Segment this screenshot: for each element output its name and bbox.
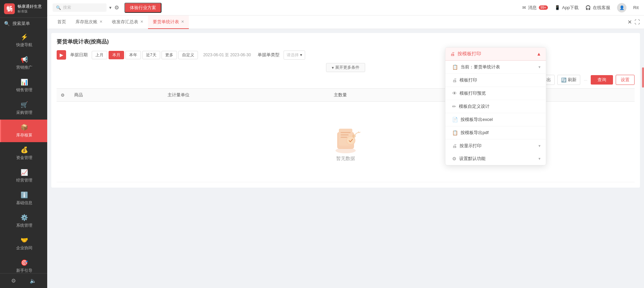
topbar-search-icon: 🔍 bbox=[56, 5, 61, 10]
tab-receivable-summary[interactable]: 收发存汇总表 ✕ bbox=[107, 15, 148, 29]
query-button[interactable]: 查询 bbox=[591, 75, 613, 85]
toolbar-dots: ··· bbox=[584, 77, 587, 83]
page-card: 要货单统计表(按商品) ▶ 单据日期 上月 本月 本年 近7天 更多 自定义 2… bbox=[51, 33, 640, 188]
template-export-pdf-item[interactable]: 📋 按模板导出pdf bbox=[445, 126, 546, 139]
settings-button[interactable]: 设置 bbox=[616, 75, 635, 85]
template-icon: 📋 bbox=[452, 64, 458, 70]
app-logo: 畅 畅康通好生意 标准版 bbox=[0, 0, 47, 18]
cooperation-icon: 🤝 bbox=[21, 236, 28, 244]
sidebar-item-guide[interactable]: 🎯 新手引导 bbox=[0, 255, 47, 273]
tabs-bar: 首页 库存批次账 ✕ 收发存汇总表 ✕ 要货单统计表 ✕ ✕ ⛶ bbox=[47, 15, 644, 29]
date-btn-this-year[interactable]: 本年 bbox=[125, 51, 141, 59]
default-settings-content: ⚙ 设置默认功能 bbox=[452, 156, 486, 162]
template-export-excel-item[interactable]: 📄 按模板导出excel bbox=[445, 113, 546, 126]
topbar-dropdown-arrow[interactable]: ▾ bbox=[109, 5, 112, 10]
svg-rect-3 bbox=[341, 132, 351, 133]
sales-icon: 📊 bbox=[21, 78, 28, 86]
date-btn-this-month[interactable]: 本月 bbox=[109, 51, 124, 59]
template-print-item[interactable]: 🖨 模板打印 bbox=[445, 74, 546, 87]
date-range-display: 2023-06-01 至 2023-06-30 bbox=[203, 52, 251, 58]
column-settings-icon[interactable]: ⚙ bbox=[61, 93, 65, 98]
template-preview-icon: 👁 bbox=[452, 91, 457, 96]
sidebar-item-finance[interactable]: 💰 资金管理 bbox=[0, 142, 47, 165]
template-custom-item[interactable]: ✏ 模板自定义设计 bbox=[445, 100, 546, 113]
svg-rect-5 bbox=[341, 137, 347, 138]
date-btn-7days[interactable]: 近7天 bbox=[142, 51, 160, 59]
print-dropdown-header: 🖨 按模板打印 ▲ bbox=[445, 47, 546, 61]
topbar-right: ✉ 消息 99+ 📱 App下载 🎧 在线客服 👤 Rit bbox=[522, 3, 639, 12]
type-select[interactable]: 请选择 ▾ bbox=[284, 51, 305, 60]
tab-home[interactable]: 首页 bbox=[53, 15, 71, 29]
refresh-button[interactable]: 🔄 刷新 bbox=[557, 75, 580, 85]
template-custom-content: ✏ 模板自定义设计 bbox=[452, 103, 490, 109]
template-preview-item[interactable]: 👁 模板打印预览 bbox=[445, 87, 546, 100]
filter-expand-toggle[interactable]: ▶ bbox=[57, 50, 66, 60]
display-print-item[interactable]: 🖨 按显示打印 ▾ bbox=[445, 139, 546, 152]
sidebar-item-purchase[interactable]: 🛒 采购管理 bbox=[0, 97, 47, 120]
date-btn-last-month[interactable]: 上月 bbox=[92, 51, 107, 59]
system-icon: ⚙️ bbox=[21, 214, 28, 221]
date-btn-more[interactable]: 更多 bbox=[162, 51, 177, 59]
expand-more-button[interactable]: ▾ 展开更多条件 bbox=[326, 63, 365, 72]
refresh-icon: 🔄 bbox=[561, 77, 566, 83]
topbar: 🔍 搜索 ▾ ⚙ 体验行业方案 ✉ 消息 99+ 📱 App下载 🎧 在线客服 … bbox=[47, 0, 644, 15]
date-btn-custom[interactable]: 自定义 bbox=[178, 51, 198, 59]
sidebar-item-cooperation[interactable]: 🤝 企业协同 bbox=[0, 232, 47, 255]
default-settings-icon: ⚙ bbox=[452, 156, 457, 161]
template-print-content: 🖨 模板打印 bbox=[452, 77, 477, 83]
sidebar-item-quick-nav[interactable]: ⚡ 快捷导航 bbox=[0, 29, 47, 52]
message-icon: ✉ bbox=[522, 5, 526, 10]
default-settings-chevron: ▾ bbox=[538, 156, 540, 161]
topbar-settings-icon[interactable]: ⚙ bbox=[114, 4, 119, 11]
expand-icon: ▾ bbox=[332, 65, 334, 70]
default-settings-item[interactable]: ⚙ 设置默认功能 ▾ bbox=[445, 152, 546, 165]
promo-button[interactable]: 体验行业方案 bbox=[124, 3, 162, 13]
chevron-down-icon: ▾ bbox=[300, 53, 302, 57]
online-service-button[interactable]: 🎧 在线客服 bbox=[585, 5, 610, 11]
sidebar-footer: ⚙ 🔈 bbox=[0, 273, 47, 288]
right-scrollbar[interactable] bbox=[642, 67, 644, 88]
avatar[interactable]: 👤 bbox=[617, 3, 626, 12]
topbar-search-box[interactable]: 🔍 搜索 bbox=[53, 3, 107, 12]
search-menu[interactable]: 🔍 搜索菜单 bbox=[0, 18, 47, 29]
table-col-extra bbox=[590, 89, 635, 102]
tab-close-receivable-summary[interactable]: ✕ bbox=[140, 20, 143, 24]
tabs-right-controls: ✕ ⛶ bbox=[627, 19, 644, 25]
tab-inventory-batch[interactable]: 库存批次账 ✕ bbox=[71, 15, 107, 29]
sidebar-item-sales[interactable]: 📊 销售管理 bbox=[0, 74, 47, 97]
filter-bar: ▶ 单据日期 上月 本月 本年 近7天 更多 自定义 2023-06-01 至 … bbox=[57, 50, 635, 60]
template-print-icon: 🖨 bbox=[452, 77, 457, 83]
svg-rect-4 bbox=[341, 134, 349, 135]
tab-close-all[interactable]: ✕ bbox=[627, 19, 632, 25]
settings-footer-icon[interactable]: ⚙ bbox=[11, 278, 16, 284]
headset-icon: 🎧 bbox=[585, 5, 591, 10]
tab-close-inventory-batch[interactable]: ✕ bbox=[99, 20, 103, 24]
messages-button[interactable]: ✉ 消息 99+ bbox=[522, 5, 548, 11]
sidebar-nav: ⚡ 快捷导航 📢 营销推广 📊 销售管理 🛒 采购管理 📦 库存核算 💰 资金管… bbox=[0, 29, 47, 273]
print-dropdown-close-icon[interactable]: ▲ bbox=[536, 51, 541, 57]
svg-point-8 bbox=[352, 134, 356, 138]
print-dropdown-popup: 🖨 按模板打印 ▲ 📋 当前：要货单统计表 ▾ 🖨 模板打印 👁 模板打印预览 … bbox=[445, 47, 546, 165]
date-filter-group: 上月 本月 本年 近7天 更多 自定义 bbox=[92, 51, 198, 59]
tab-expand-icon[interactable]: ⛶ bbox=[635, 19, 640, 25]
logo-text: 畅康通好生意 标准版 bbox=[18, 4, 42, 14]
sidebar-item-basic-info[interactable]: ℹ️ 基础信息 bbox=[0, 187, 47, 210]
sidebar-item-marketing[interactable]: 📢 营销推广 bbox=[0, 52, 47, 74]
empty-illustration bbox=[329, 122, 362, 156]
quick-nav-icon: ⚡ bbox=[21, 33, 28, 41]
sidebar-item-system[interactable]: ⚙️ 系统管理 bbox=[0, 210, 47, 232]
username-label: Rit bbox=[633, 5, 639, 10]
app-download-button[interactable]: 📱 App下载 bbox=[555, 5, 579, 11]
sidebar-item-operations[interactable]: 📈 经营管理 bbox=[0, 165, 47, 187]
sidebar-item-inventory[interactable]: 📦 库存核算 bbox=[0, 120, 47, 142]
tab-order-stats[interactable]: 要货单统计表 ✕ bbox=[148, 15, 189, 29]
display-print-icon: 🖨 bbox=[452, 143, 457, 149]
table-col-product: 商品 bbox=[70, 89, 164, 102]
speaker-footer-icon[interactable]: 🔈 bbox=[30, 278, 36, 284]
operations-icon: 📈 bbox=[21, 169, 28, 176]
table-col-qty: 主数量 bbox=[330, 89, 447, 102]
current-template-item[interactable]: 📋 当前：要货单统计表 ▾ bbox=[445, 61, 546, 74]
basic-info-icon: ℹ️ bbox=[21, 191, 28, 199]
print-dropdown-title: 🖨 按模板打印 bbox=[450, 51, 481, 57]
tab-close-order-stats[interactable]: ✕ bbox=[181, 20, 184, 24]
